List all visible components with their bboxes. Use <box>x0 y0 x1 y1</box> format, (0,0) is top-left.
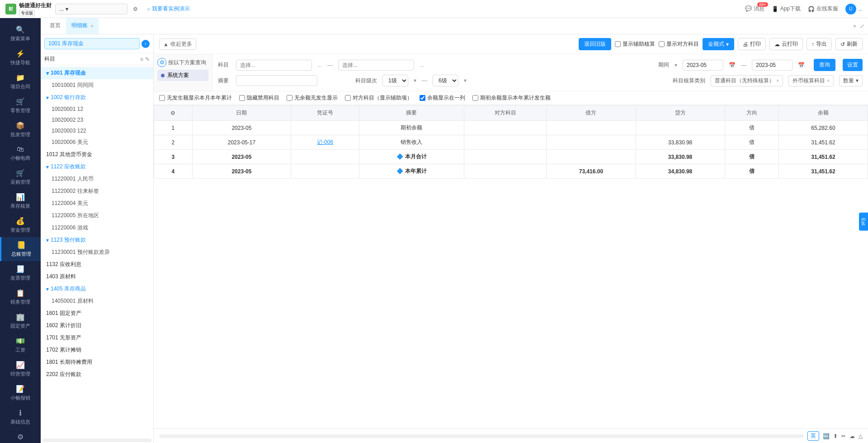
sidebar-item-basic[interactable]: ℹ 基础信息 <box>0 405 41 429</box>
cb-balance-one-col[interactable] <box>420 95 425 101</box>
sidebar-item-assets[interactable]: 🏢 固定资产 <box>0 309 41 333</box>
period-start-input[interactable] <box>683 60 723 71</box>
kemu-end-input[interactable] <box>338 60 414 71</box>
show-contra-check[interactable]: 显示对方科目 <box>659 40 699 48</box>
refresh-btn[interactable]: ↺ 刷新 <box>835 38 863 50</box>
settings-panel-btn[interactable]: 设置 <box>843 59 863 71</box>
format-btn[interactable]: 金额式 ▾ <box>703 38 734 50</box>
tree-item-1602[interactable]: 1602 累计折旧 <box>41 319 153 332</box>
summary-input[interactable] <box>236 75 317 86</box>
level-end-select[interactable]: 6级5级4级 <box>433 75 458 86</box>
sidebar-item-ecommerce[interactable]: 🛍 小畅电商 <box>0 142 41 165</box>
cb-contra[interactable] <box>345 95 351 101</box>
tree-item-10020003[interactable]: 10020003 122 <box>41 125 153 136</box>
tree-item-1122[interactable]: ▾ 1122 应收账款 <box>41 161 153 173</box>
tree-item-1405[interactable]: ▾ 1405 库存商品 <box>41 283 153 295</box>
tree-item-11220004[interactable]: 11220004 美元 <box>41 197 153 210</box>
bottom-icon-1[interactable]: 🔤 <box>823 433 830 439</box>
demo-link[interactable]: ○ 我要看实例演示 <box>143 3 193 14</box>
tree-item-10020006[interactable]: 10020006 美元 <box>41 136 153 148</box>
user-profile[interactable]: U ... <box>845 4 863 14</box>
option-balance-one-col[interactable]: 余额显示在一列 <box>420 94 465 102</box>
tree-add-icon[interactable]: ✎ <box>145 56 150 62</box>
export-btn[interactable]: ↑ 导出 <box>807 38 832 50</box>
sidebar-item-purchase[interactable]: 🛒 采购管理 <box>0 165 41 189</box>
period-end-cal-icon[interactable]: 📅 <box>798 62 805 68</box>
settings-icon-btn[interactable]: ⚙ <box>131 4 140 14</box>
nav-arrow-btn[interactable]: › <box>142 40 150 48</box>
right-side-tab[interactable]: Eat <box>859 212 868 231</box>
tree-item-1403[interactable]: 1403 原材料 <box>41 271 153 283</box>
tab-detail[interactable]: 明细账 × <box>66 18 99 34</box>
cb-no-balance[interactable] <box>287 95 292 101</box>
tree-item-11220006[interactable]: 11220006 游戏 <box>41 222 153 234</box>
tree-item-11220005[interactable]: 11220005 所在地区 <box>41 210 153 222</box>
tree-scrollbar[interactable] <box>42 438 151 442</box>
tree-item-1012[interactable]: 1012 其他货币资金 <box>41 148 153 161</box>
cloud-print-btn[interactable]: ☁ 云打印 <box>769 38 803 50</box>
tree-item-1132[interactable]: 1132 应收利息 <box>41 258 153 271</box>
period-cal-icon[interactable]: 📅 <box>729 62 736 68</box>
sidebar-item-inventory[interactable]: 📊 库存核算 <box>0 189 41 213</box>
tree-item-1601[interactable]: 1601 固定资产 <box>41 307 153 319</box>
scheme-item[interactable]: 系统方案 <box>157 70 208 81</box>
tree-item-1801[interactable]: 1801 长期待摊费用 <box>41 356 153 368</box>
tab-home[interactable]: 首页 <box>44 18 66 34</box>
tree-item-11230001[interactable]: 11230001 预付账款差异 <box>41 246 153 258</box>
tree-item-1123[interactable]: ▾ 1123 预付账款 <box>41 234 153 246</box>
option-no-balance[interactable]: 无余额无发生显示 <box>287 94 338 102</box>
option-period-balance[interactable]: 期初余额显示本年累计发生额 <box>472 94 551 102</box>
option-hide-disabled[interactable]: 隐藏禁用科目 <box>239 94 279 102</box>
kemu-input[interactable] <box>236 60 312 71</box>
tree-item-10020001[interactable]: 10020001 12 <box>41 104 153 114</box>
back-old-version-btn[interactable]: 退回旧版 <box>579 38 611 50</box>
show-auxiliary-check[interactable]: 显示辅助核算 <box>615 40 655 48</box>
cb-hide-disabled[interactable] <box>239 95 245 101</box>
sidebar-item-invoice[interactable]: 🧾 发票管理 <box>0 261 41 285</box>
bottom-icon-3[interactable]: ✏ <box>841 433 846 439</box>
query-btn[interactable]: 查询 <box>814 59 835 71</box>
cb-period-balance[interactable] <box>472 95 478 101</box>
tree-item-10010001[interactable]: 10010001 同同同 <box>41 79 153 91</box>
sidebar-item-xc-sales[interactable]: 📝 小畅报销 <box>0 381 41 405</box>
tree-item-11220001[interactable]: 11220001 人民币 <box>41 173 153 185</box>
tree-item-2202[interactable]: 2202 应付账款 <box>41 368 153 381</box>
tree-item-1702[interactable]: 1702 累计摊销 <box>41 344 153 356</box>
bottom-icon-4[interactable]: ☁ <box>849 433 855 439</box>
sidebar-item-salary[interactable]: 💵 工资 <box>0 333 41 357</box>
notification-btn[interactable]: 💬 消息 99+ <box>745 5 764 13</box>
tree-item-1001[interactable]: ▾ 1001 库存现金 <box>41 67 153 79</box>
sidebar-item-operations[interactable]: 📈 经营管理 <box>0 357 41 381</box>
tab-maximize-icon[interactable]: ⤢ <box>860 23 864 29</box>
tree-item-10020002[interactable]: 10020002 23 <box>41 114 153 125</box>
online-service-btn[interactable]: 🎧 在线客服 <box>808 5 838 13</box>
show-auxiliary-checkbox[interactable] <box>615 41 621 47</box>
show-contra-checkbox[interactable] <box>659 41 665 47</box>
tree-item-11220002[interactable]: 11220002 往来标签 <box>41 185 153 197</box>
sidebar-item-search[interactable]: 🔍 搜索菜单 <box>0 22 41 46</box>
sidebar-item-retail[interactable]: 🛒 零售管理 <box>0 94 41 118</box>
bottom-icon-2[interactable]: ⬆ <box>833 433 838 439</box>
horizontal-scrollbar[interactable] <box>159 434 804 438</box>
print-btn[interactable]: 🖨 打印 <box>738 38 766 50</box>
tag-close-2[interactable]: × <box>827 78 830 83</box>
cb-no-amount[interactable] <box>159 95 165 101</box>
tree-item-1701[interactable]: 1701 无形资产 <box>41 332 153 344</box>
company-selector[interactable]: ... ▾ <box>55 4 127 14</box>
tag-close-1[interactable]: × <box>776 78 779 83</box>
sidebar-item-finance[interactable]: 💰 资金管理 <box>0 213 41 237</box>
voucher-link-2[interactable]: 记-006 <box>317 139 333 145</box>
tab-close-icon[interactable]: × <box>90 23 93 29</box>
filter-collapse-btn[interactable]: ▲ 收起更多 <box>159 38 196 50</box>
tree-list-icon[interactable]: ≡ <box>140 56 143 62</box>
lang-switch-btn[interactable]: 英 <box>807 431 819 441</box>
sidebar-item-tax[interactable]: 📋 税务管理 <box>0 285 41 309</box>
tag-dropdown-3[interactable]: ▾ <box>856 77 859 84</box>
bottom-icon-5[interactable]: △ <box>859 433 863 439</box>
sidebar-item-project[interactable]: 📁 项目合同 <box>0 70 41 94</box>
option-contra[interactable]: 对方科目（显示辅助项） <box>345 94 412 102</box>
level-start-select[interactable]: 1级2级3级 <box>382 75 408 86</box>
sidebar-item-wholesale[interactable]: 📦 批发管理 <box>0 118 41 142</box>
option-no-amount[interactable]: 无发生额显示本月本年累计 <box>159 94 232 102</box>
app-download-btn[interactable]: 📱 App下载 <box>772 5 801 13</box>
